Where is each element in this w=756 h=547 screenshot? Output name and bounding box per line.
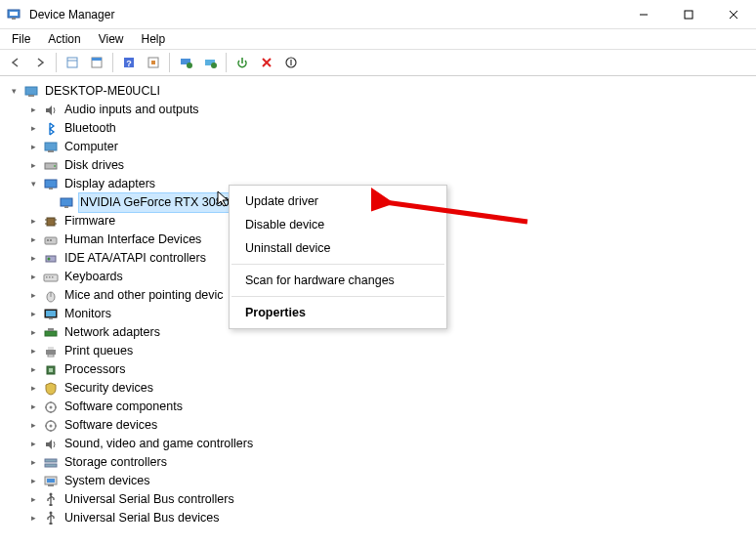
tree-category-label: Disk drives <box>63 156 126 175</box>
svg-point-67 <box>50 511 53 514</box>
properties-button[interactable] <box>85 51 108 74</box>
tree-category[interactable]: ▸ System devices <box>8 472 748 490</box>
context-disable-device[interactable]: Disable device <box>230 213 446 236</box>
tree-category-label: Firmware <box>63 212 117 231</box>
tree-category[interactable]: ▸ Audio inputs and outputs <box>8 101 748 119</box>
expand-icon[interactable]: ▸ <box>27 215 39 229</box>
tree-category[interactable]: ▸ Bluetooth <box>8 119 748 138</box>
expand-icon[interactable]: ▸ <box>27 326 39 340</box>
svg-rect-21 <box>28 95 34 97</box>
expand-icon[interactable]: ▸ <box>27 382 39 396</box>
scan-button[interactable] <box>174 51 197 74</box>
tree-category-label: Universal Serial Bus devices <box>63 509 221 527</box>
expand-icon[interactable]: ▸ <box>27 308 39 321</box>
tree-category[interactable]: ▸ Computer <box>8 138 748 156</box>
expand-icon[interactable]: ▸ <box>27 159 39 173</box>
expand-icon[interactable]: ▸ <box>27 419 39 433</box>
expand-icon[interactable]: ▸ <box>27 345 39 358</box>
tree-category[interactable]: ▸ Software components <box>8 398 748 416</box>
expand-icon[interactable]: ▸ <box>27 122 39 136</box>
help-button[interactable]: ? <box>117 51 141 74</box>
show-hide-tree-button[interactable] <box>61 51 84 74</box>
back-button[interactable] <box>4 51 27 74</box>
svg-rect-53 <box>48 355 54 357</box>
menu-help[interactable]: Help <box>134 30 174 48</box>
menu-view[interactable]: View <box>91 30 132 48</box>
menubar: File Action View Help <box>0 29 756 49</box>
tree-category[interactable]: ▸ Universal Serial Bus devices <box>8 509 748 527</box>
minimize-button[interactable] <box>621 0 666 28</box>
expand-icon[interactable]: ▸ <box>27 271 39 284</box>
software-icon <box>43 418 59 434</box>
forward-button[interactable] <box>28 51 52 74</box>
svg-rect-51 <box>46 350 56 355</box>
svg-rect-68 <box>50 523 53 525</box>
expand-icon[interactable]: ▾ <box>27 178 39 191</box>
svg-rect-50 <box>48 328 54 331</box>
tree-category[interactable]: ▸ Storage controllers <box>8 453 748 472</box>
expand-icon[interactable]: ▸ <box>27 252 39 266</box>
speaker-icon <box>43 103 59 118</box>
tree-root-label: DESKTOP-ME0UCLI <box>43 82 162 101</box>
tree-category[interactable]: ▸ Disk drives <box>8 156 748 175</box>
tree-category-label: Software devices <box>63 416 159 435</box>
usb-icon <box>43 511 59 526</box>
tree-category[interactable]: ▸ Sound, video and game controllers <box>8 435 748 453</box>
close-button[interactable] <box>711 0 756 28</box>
menu-action[interactable]: Action <box>40 30 88 48</box>
tree-category-label: Human Interface Devices <box>63 231 203 249</box>
svg-rect-66 <box>50 504 53 506</box>
tree-category-label: Network adapters <box>63 323 162 342</box>
svg-rect-55 <box>49 368 53 372</box>
tree-category-label: Audio inputs and outputs <box>63 101 201 119</box>
expand-icon[interactable]: ▸ <box>27 475 39 488</box>
uninstall-button[interactable] <box>255 51 278 74</box>
svg-rect-27 <box>49 188 53 189</box>
context-update-driver[interactable]: Update driver <box>230 189 446 213</box>
enable-button[interactable] <box>231 51 254 74</box>
expand-icon[interactable]: ▸ <box>27 289 39 303</box>
expand-icon[interactable]: ▸ <box>27 104 39 117</box>
tree-category[interactable]: ▸ Software devices <box>8 416 748 435</box>
expand-icon[interactable]: ▸ <box>27 438 39 451</box>
tree-category-label: Print queues <box>63 342 135 360</box>
expand-icon[interactable]: ▸ <box>27 456 39 470</box>
update-driver-button[interactable] <box>198 51 222 74</box>
tree-category[interactable]: ▸ Security devices <box>8 379 748 398</box>
disable-button[interactable] <box>279 51 303 74</box>
svg-rect-28 <box>61 198 72 206</box>
svg-rect-64 <box>48 484 54 486</box>
svg-rect-20 <box>25 87 37 95</box>
svg-point-25 <box>54 165 56 167</box>
svg-rect-63 <box>47 479 55 483</box>
action-button[interactable] <box>142 51 165 74</box>
svg-rect-52 <box>48 347 54 350</box>
tree-category-label: Storage controllers <box>63 453 169 472</box>
expand-icon[interactable]: ▸ <box>27 512 39 526</box>
tree-category-label: Mice and other pointing devic <box>63 286 226 305</box>
expand-icon[interactable]: ▸ <box>27 400 39 414</box>
expand-icon[interactable]: ▸ <box>27 493 39 507</box>
tree-root[interactable]: ▾ DESKTOP-ME0UCLI <box>8 82 748 101</box>
svg-rect-10 <box>92 58 102 61</box>
maximize-button[interactable] <box>666 0 711 28</box>
tree-category[interactable]: ▸ Processors <box>8 360 748 379</box>
context-uninstall-device[interactable]: Uninstall device <box>230 236 446 260</box>
context-properties[interactable]: Properties <box>230 301 446 324</box>
svg-point-59 <box>50 424 53 427</box>
expand-icon[interactable]: ▸ <box>27 363 39 377</box>
collapse-icon[interactable]: ▾ <box>8 85 20 99</box>
expand-icon[interactable]: ▸ <box>27 141 39 154</box>
ata-icon <box>43 251 59 267</box>
tree-category-label: Software components <box>63 398 185 416</box>
tree-category-label: Display adapters <box>63 175 157 193</box>
svg-rect-36 <box>47 239 49 241</box>
tree-category[interactable]: ▸ Print queues <box>8 342 748 360</box>
menu-file[interactable]: File <box>4 30 38 48</box>
svg-rect-43 <box>52 276 54 278</box>
tree-category[interactable]: ▸ Universal Serial Bus controllers <box>8 490 748 509</box>
titlebar: Device Manager <box>0 0 756 29</box>
expand-icon[interactable]: ▸ <box>27 233 39 247</box>
tree-category-label: Keyboards <box>63 268 125 286</box>
context-scan-hardware[interactable]: Scan for hardware changes <box>230 269 446 292</box>
